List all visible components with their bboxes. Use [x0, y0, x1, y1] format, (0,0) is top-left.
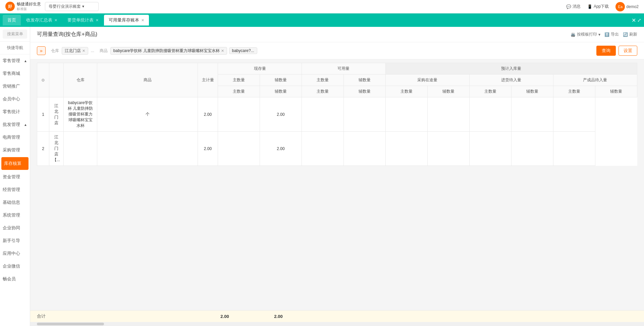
- user-profile[interactable]: Ea demo2: [615, 2, 639, 11]
- nav-close-icon[interactable]: ✕: [632, 17, 636, 24]
- sidebar-item-inventory[interactable]: 库存核算: [1, 157, 29, 170]
- td-purchase-aux-0: [385, 97, 427, 132]
- tag-close-warehouse[interactable]: ✕: [82, 49, 85, 53]
- query-btn[interactable]: 查询: [596, 46, 616, 56]
- td-incoming-main-1: [427, 132, 469, 166]
- th-incoming-main: 主数量: [469, 86, 511, 97]
- td-production-aux-0: [553, 97, 595, 132]
- logo-icon: 好: [5, 2, 15, 11]
- sidebar-item-member2[interactable]: 畅会员: [0, 273, 30, 285]
- sidebar-item-marketing[interactable]: 营销推广: [0, 80, 30, 93]
- sidebar-item-finance[interactable]: 资金管理: [0, 171, 30, 183]
- td-warehouse-0: 江北门店: [49, 97, 64, 132]
- tab-available[interactable]: 可用量库存账本 ✕: [104, 15, 149, 26]
- td-unit-1: [97, 132, 198, 166]
- th-available-group: 可用量: [302, 63, 385, 75]
- td-unit-0: 个: [97, 97, 198, 132]
- export-icon: ⬆️: [604, 32, 609, 37]
- nav-expand-icon[interactable]: ⤢: [637, 17, 641, 23]
- td-stock-main-1: 2.00: [198, 132, 218, 166]
- product-filter: 商品 babycare学饮杯 儿童防摔防撞吸管杯重力球吸嘴杯宝宝水杯 ✕ bab…: [100, 47, 257, 55]
- tab-home[interactable]: 首页: [3, 15, 21, 26]
- top-bar-left: 好 畅捷通好生意 标准版 母婴行业演示账套 ▾: [5, 2, 99, 11]
- export-btn[interactable]: ⬆️ 导出: [604, 32, 619, 37]
- scroll-thumb[interactable]: [37, 323, 104, 325]
- th-incoming-aux: 辅数量: [511, 86, 553, 97]
- sidebar-item-basic[interactable]: 基础信息: [0, 196, 30, 209]
- sidebar-item-quick-nav[interactable]: 快捷导航: [0, 43, 30, 53]
- mobile-icon: 📱: [587, 4, 592, 9]
- tab-close-available[interactable]: ✕: [141, 18, 144, 22]
- app-download-btn[interactable]: 📱 App下载: [587, 4, 609, 9]
- tag-close-product-0[interactable]: ✕: [221, 49, 224, 53]
- chevron-down-icon: ▾: [82, 4, 84, 9]
- sidebar-item-zero-stats[interactable]: 零售统计: [0, 105, 30, 118]
- warehouse-tag-0: 江北门店 ✕: [62, 47, 88, 55]
- search-menu-btn[interactable]: 搜索菜单: [3, 30, 27, 39]
- sidebar-item-guide[interactable]: 新手引导: [0, 234, 30, 247]
- sidebar-item-wholesale[interactable]: 批发管理 ▲: [0, 118, 30, 131]
- sidebar-item-appstore[interactable]: 应用中心: [0, 247, 30, 260]
- filter-expand-btn[interactable]: »: [37, 46, 46, 55]
- sidebar-menu: 零售管理 ▲ 零售商城 营销推广 会员中心 零售统计 批发管理 ▲ 电商管理: [0, 54, 30, 326]
- sidebar-item-enterprise[interactable]: 企业协同: [0, 222, 30, 234]
- footer-stock-main: 2.00: [211, 314, 238, 319]
- footer-available-aux: [292, 314, 319, 319]
- template-print-btn[interactable]: 🖨️ 按模板打印 ▾: [571, 32, 600, 37]
- chevron-icon-wholesale: ▲: [24, 123, 27, 127]
- tab-requisition[interactable]: 要货单统计表 ✕: [63, 15, 103, 26]
- product-tags: babycare学饮杯 儿童防摔防撞吸管杯重力球吸嘴杯宝宝水杯 ✕ babyca…: [110, 47, 257, 55]
- th-stock-aux: 辅数量: [260, 75, 302, 86]
- tab-close-receive[interactable]: ✕: [54, 18, 57, 22]
- th-planned-group: 预计入库量: [385, 63, 637, 75]
- footer-stock-aux: [238, 314, 265, 319]
- th-incoming-group: 进货待入量: [469, 75, 553, 86]
- main-content: 可用量查询(按仓库+商品) 🖨️ 按模板打印 ▾ ⬆️ 导出 🔄 刷新 »: [30, 27, 644, 326]
- nav-tabs: 首页 收发存汇总表 ✕ 要货单统计表 ✕ 可用量库存账本 ✕ ✕ ⤢: [0, 13, 644, 27]
- td-stock-aux-1: [218, 132, 260, 166]
- warehouse-filter: 仓库 江北门店 ✕ ...: [51, 47, 94, 55]
- tab-receive[interactable]: 收发存汇总表 ✕: [21, 15, 62, 26]
- tab-close-requisition[interactable]: ✕: [96, 18, 99, 22]
- td-stock-main-0: 2.00: [198, 97, 218, 132]
- table-settings-icon[interactable]: ⚙: [41, 78, 45, 83]
- td-no-1: 2: [37, 132, 49, 166]
- th-purchase-main: 主数量: [385, 86, 427, 97]
- td-purchase-main-0: [343, 97, 385, 132]
- print-icon: 🖨️: [571, 32, 576, 37]
- table-footer: 合计 2.00 2.00: [30, 310, 644, 322]
- th-available-main: 主数量: [302, 75, 343, 86]
- sidebar-item-system[interactable]: 系统管理: [0, 209, 30, 222]
- sidebar: 搜索菜单 快捷导航 零售管理 ▲ 零售商城 营销推广 会员中心 零售统计 批发管…: [0, 27, 30, 326]
- header-actions: 🖨️ 按模板打印 ▾ ⬆️ 导出 🔄 刷新: [571, 32, 637, 37]
- td-no-0: 1: [37, 97, 49, 132]
- logo-area: 好 畅捷通好生意 标准版: [5, 2, 41, 11]
- th-production-aux: 辅数量: [595, 86, 637, 97]
- message-btn[interactable]: 💬 消息: [566, 4, 581, 9]
- td-purchase-main-1: [343, 132, 385, 166]
- refresh-btn[interactable]: 🔄 刷新: [623, 32, 637, 37]
- td-incoming-aux-1: [469, 132, 511, 166]
- sidebar-item-ecommerce[interactable]: 电商管理: [0, 131, 30, 144]
- filter-bar: » 仓库 江北门店 ✕ ... 商品 babycare学饮杯 儿童防摔防撞吸管杯…: [30, 42, 644, 59]
- sidebar-search-area: 搜索菜单: [0, 27, 30, 42]
- sidebar-item-purchase[interactable]: 采购管理: [0, 144, 30, 156]
- th-purchase-aux: 辅数量: [427, 86, 469, 97]
- sidebar-item-member[interactable]: 会员中心: [0, 93, 30, 105]
- th-no: [49, 63, 64, 97]
- settings-btn[interactable]: 设置: [619, 46, 637, 56]
- sidebar-item-operation[interactable]: 经营管理: [0, 183, 30, 196]
- page-title: 可用量查询(按仓库+商品): [37, 31, 97, 38]
- refresh-icon: 🔄: [623, 32, 628, 37]
- th-production-main: 主数量: [553, 86, 595, 97]
- sidebar-item-wechat[interactable]: 企业微信: [0, 260, 30, 273]
- scroll-bar-area: [30, 322, 644, 326]
- top-bar: 好 畅捷通好生意 标准版 母婴行业演示账套 ▾ 💬 消息 📱 App下载 Ea …: [0, 0, 644, 13]
- industry-selector[interactable]: 母婴行业演示账套 ▾: [45, 2, 99, 11]
- td-product-0: babycare学饮杯 儿童防摔防撞吸管杯重力球吸嘴杯宝宝水杯: [64, 97, 97, 132]
- sidebar-item-zero-retail[interactable]: 零售管理 ▲: [0, 54, 30, 67]
- td-warehouse-1: 江北门店【...: [49, 132, 64, 166]
- message-icon: 💬: [566, 4, 571, 9]
- page-header: 可用量查询(按仓库+商品) 🖨️ 按模板打印 ▾ ⬆️ 导出 🔄 刷新: [30, 27, 644, 42]
- sidebar-item-zero-shop[interactable]: 零售商城: [0, 67, 30, 80]
